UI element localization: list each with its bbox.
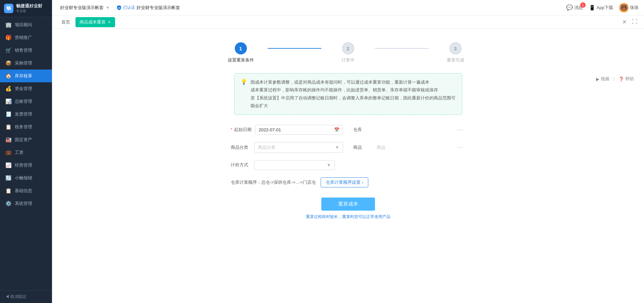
- sidebar-item-salary[interactable]: 💼 工资: [0, 146, 52, 159]
- warehouse-order-row: 仓库计算顺序：总仓->深圳仓库->...->门店仓 仓库计算顺序设置 ›: [231, 177, 466, 187]
- app-download-button[interactable]: 📱 App下载: [589, 5, 613, 11]
- active-tab-label: 商品成本重算: [79, 19, 106, 25]
- sidebar-item-basic[interactable]: 📋 基础信息: [0, 184, 52, 197]
- help-links: ▶ 视频 | ❓ 帮助: [596, 76, 634, 82]
- step-1-circle: 1: [235, 42, 247, 54]
- pricing-select[interactable]: ▼: [254, 160, 335, 170]
- sidebar-item-finance[interactable]: 💰 资金管理: [0, 82, 52, 95]
- category-field: 商品分类 商品分类 ▼: [231, 142, 343, 153]
- app-edition: 专业版: [16, 9, 42, 13]
- account-selector[interactable]: 好业财专业版演示帐套 ▼: [57, 3, 112, 12]
- window-expand-icon[interactable]: ⛶: [631, 17, 639, 27]
- sidebar-item-invoice[interactable]: 🧾 发票管理: [0, 108, 52, 121]
- tabbar: 首页 商品成本重算 ✕ ✕ ⛶: [52, 15, 644, 29]
- info-text: 因成本计算参数调整，或是对商品成本有疑问时，可以通过成本重算功能，重新计算一遍成…: [251, 78, 456, 110]
- info-line-2: 成本重算过程中，影响库存账的操作均不能操作，比如进货单、销货单、库存单据不能审核…: [251, 86, 456, 94]
- accounting-icon: 📊: [5, 98, 11, 104]
- product-field: 商品 商品 ···: [353, 142, 466, 152]
- sales-icon: 🛒: [5, 47, 11, 53]
- sidebar-item-label: 发票管理: [15, 111, 32, 117]
- sidebar-item-label: 系统管理: [15, 201, 32, 207]
- verified-account: 好业财专业版演示帐套: [137, 5, 180, 11]
- tab-close-icon[interactable]: ✕: [108, 20, 111, 25]
- warehouse-dots-button[interactable]: ···: [455, 125, 465, 135]
- tab-active[interactable]: 商品成本重算 ✕: [75, 17, 115, 27]
- video-link[interactable]: ▶ 视频: [596, 76, 609, 82]
- help-icon: ❓: [619, 77, 624, 82]
- avatar: 🐻: [619, 3, 629, 12]
- step-2-circle: 2: [342, 42, 354, 54]
- sidebar-item-operation[interactable]: 📈 经营管理: [0, 159, 52, 172]
- marketing-icon: 🎁: [5, 35, 11, 41]
- form-row-1: * 起始日期 2022-07-01 📅 仓库 ···: [231, 125, 466, 135]
- tab-home[interactable]: 首页: [57, 17, 74, 27]
- step-3-circle: 3: [449, 42, 462, 54]
- sidebar-item-marketing[interactable]: 🎁 营销推广: [0, 31, 52, 44]
- product-label: 商品: [353, 144, 373, 150]
- sidebar-item-accounting[interactable]: 📊 总账管理: [0, 95, 52, 108]
- app-logo: 畅: [4, 4, 13, 13]
- sidebar-item-label: 经营管理: [15, 162, 32, 168]
- step-1-number: 1: [239, 46, 242, 51]
- pricing-field: 计价方式 ▼: [231, 160, 335, 170]
- verified-badge: 已认证 好业财专业版演示帐套: [116, 5, 180, 11]
- step-3-label: 重算完成: [447, 57, 464, 63]
- warehouse-label: 仓库: [353, 127, 373, 133]
- step-1-label: 设置重算条件: [228, 57, 254, 63]
- sidebar-unpin-button[interactable]: ◀ 取消固定: [0, 290, 52, 303]
- info-line-1: 因成本计算参数调整，或是对商品成本有疑问时，可以通过成本重算功能，重新计算一遍成…: [251, 78, 456, 86]
- expense-icon: 🔄: [5, 175, 11, 181]
- shield-icon: [116, 5, 122, 10]
- sidebar-item-inventory[interactable]: 🏠 库存核算: [0, 70, 52, 82]
- sidebar-item-project[interactable]: 🏢 项目顾问: [0, 18, 52, 31]
- sidebar: 畅 畅捷通好业财 专业版 🏢 项目顾问 🎁 营销推广 🛒 销售管理 📦 采购管理…: [0, 0, 52, 303]
- start-date-label: * 起始日期: [231, 127, 252, 133]
- recalculate-button[interactable]: 重算成本: [321, 198, 375, 211]
- recalculate-label: 重算成本: [338, 201, 358, 207]
- submit-hint: 重算过程耗时较长，重算时您可以正常使用产品: [231, 214, 466, 220]
- info-line-3: 若【系统设置】中启用了自动调整记账日期时，会调整入库单的整单记账日期，因此重新计…: [251, 94, 456, 110]
- sidebar-item-label: 固定资产: [15, 137, 32, 143]
- sidebar-item-label: 小畅报销: [15, 175, 32, 181]
- form-area: * 起始日期 2022-07-01 📅 仓库 ··· 商品分类: [231, 125, 466, 220]
- user-name: 珠珠: [630, 5, 639, 11]
- sidebar-item-assets[interactable]: 🏭 固定资产: [0, 133, 52, 146]
- user-menu[interactable]: 🐻 珠珠: [619, 3, 639, 12]
- start-date-value: 2022-07-01: [259, 127, 281, 132]
- unpin-label: ◀ 取消固定: [5, 294, 26, 300]
- purchase-icon: 📦: [5, 60, 11, 66]
- help-link[interactable]: ❓ 帮助: [619, 76, 634, 82]
- warehouse-order-btn-label: 仓库计算顺序设置 ›: [326, 179, 363, 185]
- sidebar-item-label: 项目顾问: [15, 22, 32, 28]
- window-close-icon[interactable]: ✕: [621, 17, 628, 27]
- finance-icon: 💰: [5, 86, 11, 92]
- sidebar-item-label: 营销推广: [15, 35, 32, 41]
- app-download-label: App下载: [597, 5, 613, 11]
- step-2-label: 计算中: [341, 57, 355, 63]
- salary-icon: 💼: [5, 149, 11, 156]
- start-date-input[interactable]: 2022-07-01 📅: [255, 125, 343, 135]
- sidebar-item-expense[interactable]: 🔄 小畅报销: [0, 172, 52, 184]
- sidebar-item-label: 销售管理: [15, 47, 32, 53]
- sidebar-item-system[interactable]: ⚙️ 系统管理: [0, 197, 52, 210]
- message-button[interactable]: 💬 消息 1: [566, 4, 583, 11]
- pricing-dropdown-icon: ▼: [327, 163, 331, 168]
- help-label: 帮助: [625, 76, 634, 82]
- step-2-number: 2: [346, 46, 349, 51]
- sidebar-nav: 🏢 项目顾问 🎁 营销推广 🛒 销售管理 📦 采购管理 🏠 库存核算 💰 资金管…: [0, 17, 52, 290]
- sidebar-item-purchase[interactable]: 📦 采购管理: [0, 57, 52, 70]
- category-select[interactable]: 商品分类 ▼: [254, 142, 343, 153]
- sidebar-item-label: 税务管理: [15, 124, 32, 130]
- pricing-row: 计价方式 ▼: [231, 160, 466, 170]
- tabbar-right: ✕ ⛶: [621, 17, 639, 27]
- form-row-2: 商品分类 商品分类 ▼ 商品 商品 ···: [231, 142, 466, 153]
- product-dots-button[interactable]: ···: [455, 142, 465, 152]
- basic-icon: 📋: [5, 188, 11, 194]
- sidebar-item-tax[interactable]: 📋 税务管理: [0, 121, 52, 133]
- account-dropdown-icon: ▼: [106, 5, 110, 10]
- message-icon: 💬: [566, 4, 573, 11]
- sidebar-item-sales[interactable]: 🛒 销售管理: [0, 44, 52, 57]
- stepper: 1 设置重算条件 2 计算中 3 重算完成: [214, 42, 482, 63]
- tab-home-label: 首页: [61, 19, 70, 25]
- warehouse-order-settings-button[interactable]: 仓库计算顺序设置 ›: [321, 177, 368, 187]
